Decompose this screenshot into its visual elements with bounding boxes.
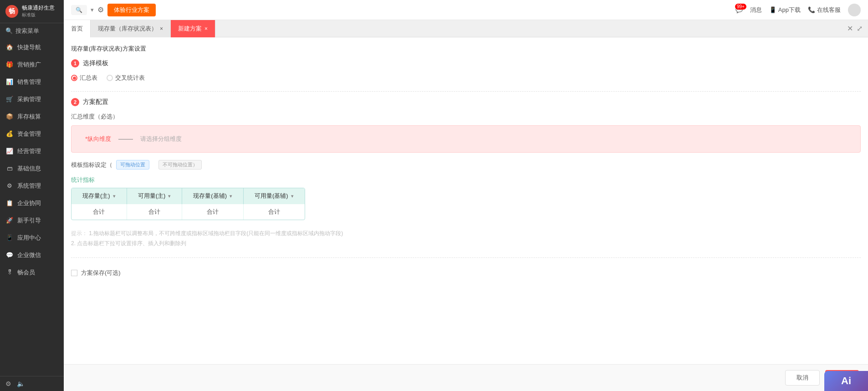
trial-industry-button[interactable]: 体验行业方案: [107, 4, 156, 16]
wechat-icon: 💬: [5, 251, 14, 259]
template-option-cross[interactable]: 交叉统计表: [107, 74, 145, 82]
message-badge: 99+: [735, 4, 746, 10]
tab-new-plan[interactable]: 新建方案 ×: [171, 20, 215, 37]
sidebar-item-purchase[interactable]: 🛒 采购管理: [0, 91, 64, 108]
inventory-icon: 📦: [5, 113, 14, 121]
dim-arrow: ——: [118, 135, 133, 143]
logo-icon: 畅: [5, 5, 18, 18]
sidebar-item-label: 系统管理: [17, 182, 41, 190]
sidebar-item-vip[interactable]: 🎖 畅会员: [0, 264, 64, 281]
cell-available-aux-sum: 合计: [244, 204, 305, 220]
quick-nav-icon: 🏠: [5, 43, 14, 51]
online-service-link[interactable]: 📞 在线客服: [808, 6, 841, 14]
sidebar-item-system[interactable]: ⚙ 系统管理: [0, 177, 64, 195]
tab-expand-button[interactable]: ⤢: [857, 24, 863, 33]
cell-present-main-sum: 合计: [71, 204, 127, 220]
sidebar-item-label: 应用中心: [17, 234, 41, 242]
col-present-aux-arrow[interactable]: ▾: [230, 193, 232, 199]
col-header-available-aux[interactable]: 可用量(基辅) ▾: [244, 188, 305, 204]
tab-close-button[interactable]: ✕: [847, 24, 853, 33]
topbar-search-icon: 🔍: [76, 7, 82, 13]
col-available-main-label: 可用量(主): [138, 192, 166, 200]
radio-summary[interactable]: [71, 75, 77, 81]
sidebar-item-label: 新手引导: [17, 216, 41, 225]
tips-title: 提示：: [71, 230, 87, 237]
template-option-summary[interactable]: 汇总表: [71, 74, 97, 82]
tab-home[interactable]: 首页: [64, 20, 91, 37]
sidebar-item-label: 企业协同: [17, 199, 41, 207]
sidebar-item-quick-nav[interactable]: 🏠 快捷导航: [0, 39, 64, 56]
sidebar-item-sales[interactable]: 📊 销售管理: [0, 73, 64, 91]
tab-new-plan-close[interactable]: ×: [204, 26, 208, 32]
settings-footer-icon[interactable]: ⚙: [5, 380, 11, 387]
save-option-label: 方案保存(可选): [81, 269, 121, 277]
search-icon: 🔍: [5, 27, 13, 34]
col-header-available-main[interactable]: 可用量(主) ▾: [127, 188, 182, 204]
sidebar-item-app-center[interactable]: 📱 应用中心: [0, 229, 64, 247]
sidebar-item-label: 企业微信: [17, 251, 41, 259]
sidebar-item-wechat[interactable]: 💬 企业微信: [0, 247, 64, 264]
section-plan-config: 2 方案配置 汇总维度（必选） *纵向维度 —— 请选择分组维度 模板指标设定（…: [71, 98, 861, 248]
col-available-main-arrow[interactable]: ▾: [168, 193, 171, 199]
message-icon[interactable]: 💬 99+: [735, 6, 743, 13]
sidebar: 畅 畅康通好生意 标准版 🔍 搜索菜单 🏠 快捷导航 🎁 营销推广 📊 销售管理…: [0, 0, 64, 391]
sidebar-item-label: 销售管理: [17, 78, 41, 86]
metrics-config-label: 模板指标设定（ 可拖动位置 不可拖动位置）: [71, 160, 861, 170]
stats-title: 统计指标: [71, 176, 861, 184]
content-area: 现存量(库存状况表)方案设置 1 选择模板 汇总表 交叉统计表: [64, 37, 868, 364]
metrics-config-area: 统计指标 现存量(主) ▾: [71, 176, 861, 221]
basic-info-icon: 🗃: [5, 165, 14, 173]
sidebar-item-operation[interactable]: 📈 经营管理: [0, 143, 64, 160]
sidebar-item-label: 经营管理: [17, 147, 41, 155]
save-option-checkbox[interactable]: [71, 270, 77, 276]
tab-controls: ✕ ⤢: [847, 24, 868, 33]
topbar-dropdown-icon[interactable]: ▾: [91, 6, 94, 13]
section2-title: 方案配置: [83, 98, 108, 106]
guide-icon: 🚀: [5, 216, 14, 225]
section-divider-2: [71, 257, 861, 258]
app-download-label: App下载: [778, 6, 801, 14]
sidebar-nav: 🏠 快捷导航 🎁 营销推广 📊 销售管理 🛒 采购管理 📦 库存核算 💰 资金管…: [0, 39, 64, 376]
col-present-main-label: 现存量(主): [82, 192, 110, 200]
sidebar-item-finance[interactable]: 💰 资金管理: [0, 125, 64, 143]
metrics-data-table: 现存量(主) ▾ 可用量(主) ▾: [71, 188, 305, 220]
tab-inventory-label: 现存量（库存状况表）: [98, 25, 157, 33]
sidebar-item-cooperation[interactable]: 📋 企业协同: [0, 195, 64, 212]
topbar-settings-icon[interactable]: ⚙: [97, 5, 104, 14]
tab-inventory-close[interactable]: ×: [160, 26, 163, 32]
user-avatar[interactable]: [848, 4, 861, 16]
logo-sub: 标准版: [22, 12, 55, 18]
tips-item-2: 2. 点击标题栏下拉可设置排序、插入列和删除列: [71, 240, 186, 247]
radio-cross[interactable]: [107, 75, 113, 81]
sidebar-item-basic-info[interactable]: 🗃 基础信息: [0, 160, 64, 177]
sidebar-search[interactable]: 🔍 搜索菜单: [0, 23, 64, 39]
sidebar-item-label: 资金管理: [17, 130, 41, 138]
speaker-icon[interactable]: 🔈: [17, 380, 25, 387]
ai-badge[interactable]: Ai: [824, 371, 868, 391]
sidebar-item-inventory[interactable]: 📦 库存核算: [0, 108, 64, 125]
dimension-area[interactable]: *纵向维度 —— 请选择分组维度: [71, 125, 861, 153]
metrics-header-row: 现存量(主) ▾ 可用量(主) ▾: [71, 188, 305, 204]
save-option-area: 方案保存(可选): [71, 264, 861, 282]
col-header-present-aux[interactable]: 现存量(基辅) ▾: [182, 188, 244, 204]
col-available-aux-arrow[interactable]: ▾: [291, 193, 294, 199]
page-title: 现存量(库存状况表)方案设置: [71, 45, 861, 53]
cancel-button[interactable]: 取消: [785, 370, 820, 386]
metrics-table: 现存量(主) ▾ 可用量(主) ▾: [71, 188, 305, 220]
tab-inventory[interactable]: 现存量（库存状况表） ×: [91, 20, 171, 37]
section2-num: 2: [71, 98, 79, 106]
col-present-main-arrow[interactable]: ▾: [113, 193, 116, 199]
logo-name: 畅康通好生意: [22, 5, 55, 12]
col-header-present-main[interactable]: 现存量(主) ▾: [71, 188, 127, 204]
topbar-search-box[interactable]: 🔍: [71, 5, 87, 15]
service-label: 在线客服: [817, 6, 841, 14]
sidebar-item-guide[interactable]: 🚀 新手引导: [0, 212, 64, 229]
tab-new-plan-label: 新建方案: [178, 25, 202, 33]
section-choose-template: 1 选择模板 汇总表 交叉统计表: [71, 59, 861, 82]
app-center-icon: 📱: [5, 234, 14, 242]
main-area: 🔍 ▾ ⚙ 体验行业方案 💬 99+ 消息 📱 App下载 📞 在线客服: [64, 0, 868, 391]
cooperation-icon: 📋: [5, 199, 14, 207]
app-download-link[interactable]: 📱 App下载: [769, 6, 801, 14]
sidebar-item-marketing[interactable]: 🎁 营销推广: [0, 56, 64, 73]
finance-icon: 💰: [5, 130, 14, 138]
